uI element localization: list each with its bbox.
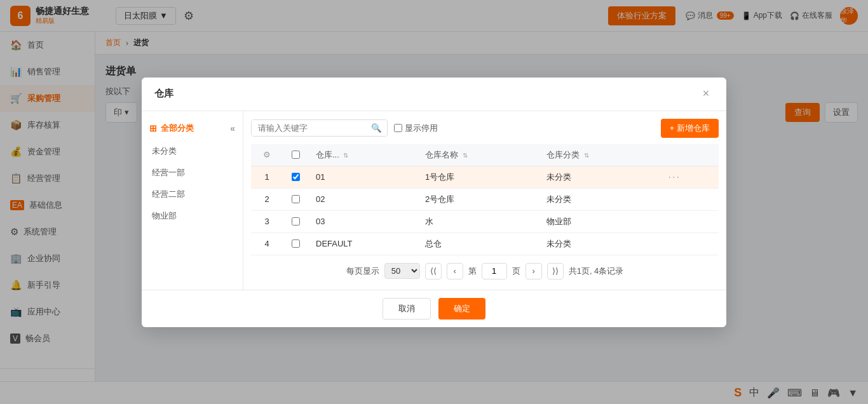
category-all[interactable]: ⊞ 全部分类 « xyxy=(142,119,243,140)
page-number-input[interactable] xyxy=(482,263,507,279)
modal-title: 仓库 xyxy=(154,88,173,100)
modal-overlay: 仓库 × ⊞ 全部分类 « 未分类 经营一部 经营二部 xyxy=(0,0,868,404)
row-actions[interactable]: ··· xyxy=(661,166,719,188)
table-row[interactable]: 4 DEFAULT 总仓 未分类 xyxy=(251,232,719,255)
cancel-button[interactable]: 取消 xyxy=(383,298,431,320)
show-disabled-text: 显示停用 xyxy=(405,123,438,134)
row-category: 未分类 xyxy=(539,166,660,188)
row-code: 01 xyxy=(308,166,417,188)
row-actions[interactable] xyxy=(661,232,719,255)
category-label-property: 物业部 xyxy=(152,211,177,220)
row-checkbox[interactable] xyxy=(292,195,300,203)
table-toolbar: 🔍 显示停用 + 新增仓库 xyxy=(251,119,719,138)
search-input[interactable] xyxy=(252,120,366,136)
category-item-unclassified[interactable]: 未分类 xyxy=(142,140,243,162)
row-code: DEFAULT xyxy=(308,232,417,255)
row-more-button[interactable]: ··· xyxy=(668,172,681,182)
table-row[interactable]: 2 02 2号仓库 未分类 xyxy=(251,188,719,210)
page-last-button[interactable]: ⟩⟩ xyxy=(547,263,564,279)
row-name: 1号仓库 xyxy=(417,166,539,188)
row-num: 2 xyxy=(251,188,283,210)
select-all-checkbox[interactable] xyxy=(292,151,300,159)
row-checkbox[interactable] xyxy=(292,217,300,226)
row-check[interactable] xyxy=(283,188,308,210)
warehouse-modal: 仓库 × ⊞ 全部分类 « 未分类 经营一部 经营二部 xyxy=(142,77,726,327)
row-num: 1 xyxy=(251,166,283,188)
grid-icon: ⊞ xyxy=(149,123,157,133)
row-name: 2号仓库 xyxy=(417,188,539,210)
collapse-icon[interactable]: « xyxy=(230,123,235,133)
add-warehouse-button[interactable]: + 新增仓库 xyxy=(661,119,719,138)
page-size-select[interactable]: 50 10 20 100 xyxy=(384,263,420,279)
row-category: 未分类 xyxy=(539,232,660,255)
search-box: 🔍 xyxy=(251,119,388,137)
category-item-dept1[interactable]: 经营一部 xyxy=(142,162,243,184)
sort-category-icon: ⇅ xyxy=(584,152,589,159)
total-info: 共1页, 4条记录 xyxy=(569,266,624,277)
category-panel: ⊞ 全部分类 « 未分类 经营一部 经营二部 物业部 xyxy=(142,111,243,290)
sort-name-icon: ⇅ xyxy=(463,152,468,159)
modal-close-button[interactable]: × xyxy=(698,86,714,102)
category-label-unclassified: 未分类 xyxy=(152,146,177,156)
row-actions[interactable] xyxy=(661,188,719,210)
row-category: 物业部 xyxy=(539,210,660,232)
modal-body: ⊞ 全部分类 « 未分类 经营一部 经营二部 物业部 xyxy=(142,111,726,290)
row-actions[interactable] xyxy=(661,210,719,232)
table-header-row: ⚙ 仓库... ⇅ xyxy=(251,144,719,166)
row-checkbox[interactable] xyxy=(292,173,300,181)
col-header-check xyxy=(283,144,308,166)
row-check[interactable] xyxy=(283,166,308,188)
modal-footer: 取消 确定 xyxy=(142,290,726,327)
show-disabled-checkbox-label[interactable]: 显示停用 xyxy=(394,123,438,134)
row-num: 4 xyxy=(251,232,283,255)
page-prev-button[interactable]: ‹ xyxy=(447,263,463,279)
sort-code-icon: ⇅ xyxy=(343,152,348,159)
page-size-label: 每页显示 xyxy=(346,266,379,277)
page-num-label: 第 xyxy=(468,266,477,277)
page-first-button[interactable]: ⟨⟨ xyxy=(425,263,442,279)
col-header-name: 仓库名称 ⇅ xyxy=(417,144,539,166)
row-num: 3 xyxy=(251,210,283,232)
col-header-code: 仓库... ⇅ xyxy=(308,144,417,166)
modal-header: 仓库 × xyxy=(142,77,726,111)
page-label: 页 xyxy=(512,266,520,277)
col-header-settings: ⚙ xyxy=(251,144,283,166)
row-code: 03 xyxy=(308,210,417,232)
category-item-dept2[interactable]: 经营二部 xyxy=(142,184,243,205)
search-button[interactable]: 🔍 xyxy=(366,120,387,136)
row-checkbox[interactable] xyxy=(292,239,300,248)
row-code: 02 xyxy=(308,188,417,210)
row-name: 总仓 xyxy=(417,232,539,255)
category-label-dept1: 经营一部 xyxy=(152,168,185,177)
col-header-actions xyxy=(661,144,719,166)
warehouse-table: ⚙ 仓库... ⇅ xyxy=(251,144,719,255)
category-item-property[interactable]: 物业部 xyxy=(142,205,243,227)
page-next-button[interactable]: › xyxy=(526,263,542,279)
table-row[interactable]: 3 03 水 物业部 xyxy=(251,210,719,232)
category-all-label: 全部分类 xyxy=(161,123,194,134)
table-row[interactable]: 1 01 1号仓库 未分类 ··· xyxy=(251,166,719,188)
col-header-category: 仓库分类 ⇅ xyxy=(539,144,660,166)
row-check[interactable] xyxy=(283,210,308,232)
table-panel: 🔍 显示停用 + 新增仓库 ⚙ xyxy=(243,111,726,290)
show-disabled-checkbox[interactable] xyxy=(394,124,402,132)
row-check[interactable] xyxy=(283,232,308,255)
confirm-button[interactable]: 确定 xyxy=(438,298,485,320)
row-name: 水 xyxy=(417,210,539,232)
pagination-bar: 每页显示 50 10 20 100 ⟨⟨ ‹ 第 页 › ⟩⟩ 共1页, 4条记… xyxy=(251,255,719,282)
category-label-dept2: 经营二部 xyxy=(152,189,185,199)
row-category: 未分类 xyxy=(539,188,660,210)
